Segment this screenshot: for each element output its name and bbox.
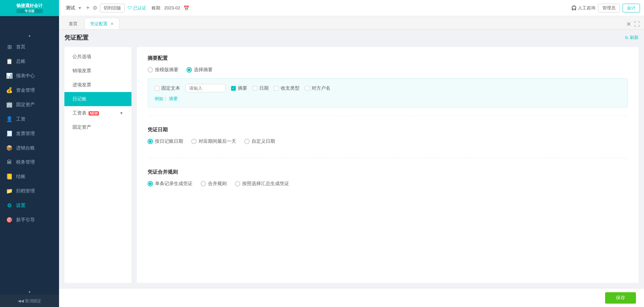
checkbox-fixed-text[interactable]: 固定文本	[155, 85, 180, 91]
sidebar-scroll-down[interactable]: ▼	[0, 289, 59, 295]
archive-icon: 📁	[6, 188, 13, 194]
merge-radio-rules[interactable]: 合并规则	[201, 181, 227, 187]
tab-actions: ✕ ⛶	[626, 20, 640, 29]
checkbox-date[interactable]: 日期	[253, 85, 269, 91]
sidebar-item-report[interactable]: 📊 报表中心	[0, 69, 59, 83]
left-nav-purchase-invoice[interactable]: 进项发票	[64, 78, 131, 92]
human-consult[interactable]: 🎧 人工咨询	[571, 5, 595, 11]
tab-expand-button[interactable]: ⛶	[634, 21, 640, 28]
sidebar-item-home[interactable]: ⊞ 首页	[0, 40, 59, 54]
sidebar-item-closing[interactable]: 📒 结账	[0, 169, 59, 184]
checkbox-summary[interactable]: ✓ 摘要	[231, 85, 247, 91]
sidebar-item-label: 报表中心	[16, 73, 35, 79]
fixed-text-input[interactable]	[185, 84, 226, 92]
date-radio-period-last[interactable]: 对应期间最后一天	[191, 138, 236, 144]
radio-select-circle	[186, 67, 192, 73]
manager-button[interactable]: 管理员	[598, 4, 620, 12]
example-text: 例如： 摘要	[155, 96, 621, 102]
summary-radio-select[interactable]: 选择摘要	[186, 67, 213, 73]
left-nav-fixed-assets[interactable]: 固定资产	[64, 120, 131, 134]
page-content: 凭证配置 ↻ 刷新 公共选项 销项发票 进项发票 日记账 工资表	[59, 30, 644, 288]
merge-section: 凭证合并规则 单条记录生成凭证 合并规则	[148, 169, 628, 200]
merge-radio-summary[interactable]: 按照选择汇总生成凭证	[235, 181, 289, 187]
ledger-icon: 📋	[6, 58, 13, 64]
refresh-button[interactable]: ↻ 刷新	[625, 35, 639, 41]
summary-sub-config: 固定文本 ✓ 摘要 日期	[148, 78, 628, 107]
sidebar-item-salary[interactable]: 👤 工资	[0, 112, 59, 126]
gear-icon[interactable]: ⚙	[93, 5, 97, 11]
radio-period-last-circle	[191, 139, 197, 144]
left-nav-public[interactable]: 公共选项	[64, 50, 131, 64]
sidebar-item-ledger[interactable]: 📋 总账	[0, 54, 59, 69]
calendar-icon[interactable]: 📅	[183, 5, 189, 11]
sidebar-item-label: 首页	[16, 44, 25, 50]
sidebar-item-fixed-assets[interactable]: 🏢 固定资产	[0, 97, 59, 112]
headset-icon: 🎧	[571, 5, 577, 10]
sidebar-item-invoice[interactable]: 🧾 发票管理	[0, 126, 59, 141]
main-layout: ▲ ⊞ 首页 📋 总账 📊 报表中心 💰 资金管理 🏢 固定资产	[0, 16, 644, 307]
page-title: 凭证配置	[64, 34, 89, 42]
date-radio-custom[interactable]: 自定义日期	[244, 138, 275, 144]
sidebar-item-label: 结账	[16, 174, 25, 180]
page-inner: 公共选项 销项发票 进项发票 日记账 工资表 NEW ▼ 固定资产	[59, 42, 644, 288]
content-area: 首页 凭证配置 ✕ ✕ ⛶ 凭证配置 ↻ 刷新	[59, 16, 644, 307]
sidebar-item-guide[interactable]: 🎯 新手引导	[0, 213, 59, 227]
new-badge: NEW	[89, 111, 99, 116]
merge-radio-single[interactable]: 单条记录生成凭证	[148, 181, 193, 187]
sidebar-item-label: 进销台账	[16, 145, 35, 151]
sidebar-item-capital[interactable]: 💰 资金管理	[0, 83, 59, 97]
cancel-fixed-button[interactable]: ◀◀ 取消固定	[0, 295, 59, 307]
closing-icon: 📒	[6, 173, 13, 180]
sidebar-item-settings[interactable]: ⚙ 设置	[0, 198, 59, 213]
left-nav-payroll[interactable]: 工资表 NEW ▼	[64, 106, 131, 120]
sidebar-item-label: 税务管理	[16, 159, 35, 165]
logo-line2: 专业版	[16, 9, 43, 13]
tab-close-button[interactable]: ✕	[626, 20, 631, 28]
sidebar-item-label: 新手引导	[16, 217, 35, 223]
report-icon: 📊	[6, 73, 13, 79]
accountant-button[interactable]: 会计	[623, 4, 640, 12]
tab-bar: 首页 凭证配置 ✕ ✕ ⛶	[59, 16, 644, 30]
sidebar-items: ⊞ 首页 📋 总账 📊 报表中心 💰 资金管理 🏢 固定资产 👤 工资	[0, 38, 59, 289]
date-radio-diary[interactable]: 按日记账日期	[148, 138, 183, 144]
summary-title: 摘要配置	[148, 55, 628, 61]
home-icon: ⊞	[6, 44, 13, 50]
sidebar-scroll-up[interactable]: ▲	[0, 32, 59, 38]
fixed-assets-icon: 🏢	[6, 101, 13, 108]
checkbox-counterpart-box	[305, 86, 310, 91]
tab-home[interactable]: 首页	[63, 18, 83, 29]
dropdown-icon[interactable]: ▼	[78, 6, 82, 10]
logo-line1: 畅捷通好会计	[16, 3, 43, 8]
bottom-bar: 保存	[59, 288, 644, 307]
checkbox-counterpart[interactable]: 对方户名	[305, 85, 330, 91]
radio-custom-date-circle	[244, 139, 250, 144]
summary-section: 摘要配置 按模版摘要 选择摘要	[148, 55, 628, 116]
summary-radio-template[interactable]: 按模版摘要	[148, 67, 178, 73]
sidebar-item-archive[interactable]: 📁 归档管理	[0, 184, 59, 198]
top-header: 畅捷通好会计 专业版 测试 ▼ + ⚙ 切到旧版 🛡 已认证 账期 2023-0…	[0, 0, 644, 16]
checkbox-income-type[interactable]: 收支类型	[274, 85, 300, 91]
sidebar-item-tax[interactable]: 🏛 税务管理	[0, 155, 59, 169]
checkbox-fixed-text-box	[155, 86, 159, 91]
invoice-icon: 🧾	[6, 130, 13, 137]
checkbox-summary-box: ✓	[231, 86, 236, 91]
config-panel: 摘要配置 按模版摘要 选择摘要	[137, 47, 639, 283]
radio-summary-circle	[235, 181, 240, 186]
switch-old-button[interactable]: 切到旧版	[100, 4, 125, 12]
date-title: 凭证日期	[148, 127, 628, 133]
period-label: 账期	[152, 5, 160, 11]
save-button[interactable]: 保存	[605, 292, 636, 304]
add-icon[interactable]: +	[86, 4, 90, 12]
left-nav-diary[interactable]: 日记账	[64, 92, 131, 106]
checkbox-date-box	[253, 86, 257, 91]
summary-radio-group: 按模版摘要 选择摘要	[148, 67, 628, 73]
tab-voucher-config[interactable]: 凭证配置 ✕	[85, 18, 119, 29]
sidebar-item-label: 设置	[16, 203, 25, 209]
sidebar-item-purchase-sale[interactable]: 📦 进销台账	[0, 141, 59, 155]
left-nav-sales-invoice[interactable]: 销项发票	[64, 64, 131, 78]
shield-icon: 🛡	[127, 5, 132, 10]
merge-radio-group: 单条记录生成凭证 合并规则 按照选择汇总生成凭证	[148, 181, 628, 187]
tab-close-icon[interactable]: ✕	[110, 21, 114, 26]
date-radio-group: 按日记账日期 对应期间最后一天 自定义日期	[148, 138, 628, 144]
checkbox-income-type-box	[274, 86, 279, 91]
